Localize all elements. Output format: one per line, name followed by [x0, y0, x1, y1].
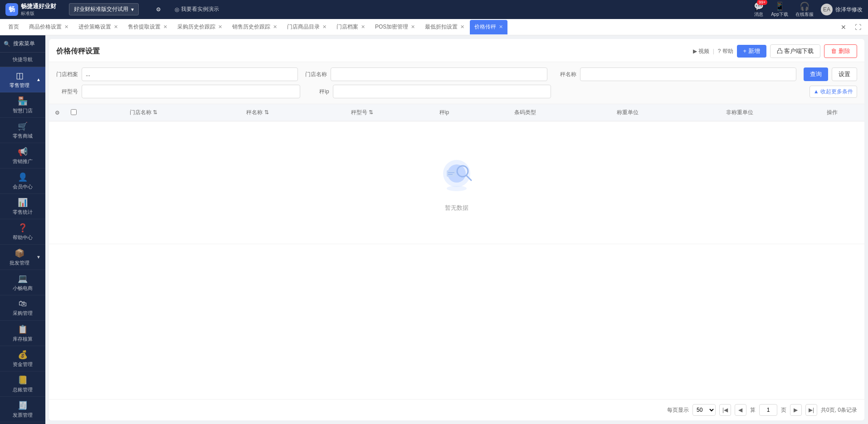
close-tab-min-discount[interactable]: ✕ — [460, 24, 464, 30]
sidebar-item-tax[interactable]: 📑 税务管理 — [0, 422, 45, 424]
th-scale-name[interactable]: 秤名称 ⇅ — [205, 104, 310, 121]
prev-page-button[interactable]: ◀ — [735, 404, 746, 416]
next-page-button[interactable]: ▶ — [790, 404, 802, 416]
add-button[interactable]: + 新增 — [737, 45, 766, 58]
close-tab-purchase-strategy[interactable]: ✕ — [114, 24, 118, 30]
retail-stats-icon: 📊 — [18, 198, 28, 207]
filter-store-name: 门店名称 — [305, 67, 547, 81]
sidebar-item-wholesale[interactable]: 📦 批发管理 ▼ — [0, 245, 45, 270]
delete-button[interactable]: 🗑 删除 — [824, 44, 857, 58]
table-header-row: ⚙ 门店名称 ⇅ 秤名称 ⇅ — [49, 104, 864, 121]
sidebar-item-member[interactable]: 👤 会员中心 — [0, 169, 45, 194]
help-links: ▶ 视频 | ? 帮助 — [693, 48, 733, 55]
svg-point-2 — [447, 186, 467, 191]
close-window-button[interactable]: ✕ — [837, 21, 850, 34]
content-area: 价格传秤设置 ▶ 视频 | ? 帮助 + 新增 — [45, 35, 868, 424]
top-bar: 畅 畅捷通好业财 标准版 好业财标准版交付试用 ▾ ⚙ ◎ 我要看实例演示 💬 … — [0, 0, 868, 19]
retail-arrow-icon: ▲ — [36, 77, 41, 82]
sidebar-item-marketing[interactable]: 📢 营销推广 — [0, 143, 45, 169]
sidebar-item-purchase[interactable]: 🛍 采购管理 — [0, 295, 45, 321]
user-menu[interactable]: EA 徐泽华修改 — [821, 4, 863, 15]
collapse-filter-button[interactable]: ▲ 收起更多条件 — [809, 86, 857, 98]
close-tab-product-price[interactable]: ✕ — [64, 24, 68, 30]
help-circle-icon: ? — [718, 48, 721, 54]
last-page-button[interactable]: ▶| — [805, 404, 817, 416]
sidebar-search[interactable]: 🔍 搜索菜单 — [0, 35, 45, 53]
page-number-input[interactable] — [759, 404, 777, 416]
th-settings[interactable]: ⚙ — [49, 104, 65, 121]
page-header-actions: ▶ 视频 | ? 帮助 + 新增 凸 客户端下载 — [693, 44, 857, 58]
tab-sale-history[interactable]: 销售历史价跟踪 ✕ — [228, 20, 282, 34]
marketing-icon: 📢 — [18, 147, 28, 157]
sidebar-item-smart-store[interactable]: 🏪 智慧门店 — [0, 92, 45, 118]
video-link[interactable]: ▶ 视频 — [693, 48, 709, 55]
sidebar-item-ecom[interactable]: 💻 小畅电商 — [0, 270, 45, 295]
total-info: 共0页, 0条记录 — [821, 406, 857, 414]
scale-ip-input[interactable] — [333, 85, 551, 98]
demo-button[interactable]: ◎ 我要看实例演示 — [175, 5, 219, 13]
tab-pos-management[interactable]: POS加密管理 ✕ — [371, 20, 419, 34]
app-title: 畅捷通好业财 标准版 — [21, 3, 56, 16]
sidebar-item-retail[interactable]: ◫ 零售管理 ▲ — [0, 67, 45, 92]
close-tab-price-scale[interactable]: ✕ — [499, 24, 503, 30]
close-tab-pos-management[interactable]: ✕ — [411, 24, 415, 30]
top-bar-left: 畅 畅捷通好业财 标准版 好业财标准版交付试用 ▾ ⚙ ◎ 我要看实例演示 — [5, 3, 219, 16]
sidebar: 🔍 搜索菜单 快捷导航 ◫ 零售管理 ▲ 🏪 智慧门店 🛒 零售商城 📢 营销推… — [0, 35, 45, 424]
smart-store-icon: 🏪 — [18, 96, 28, 106]
table-body: 暂无数据 — [49, 121, 864, 244]
tab-product-price[interactable]: 商品价格设置 ✕ — [24, 20, 73, 34]
sidebar-item-ledger[interactable]: 📒 总账管理 — [0, 371, 45, 397]
first-page-button[interactable]: |◀ — [719, 404, 731, 416]
tab-price-scale[interactable]: 价格传秤 ✕ — [470, 20, 507, 34]
store-archive-selector[interactable]: ... — [82, 67, 298, 81]
close-tab-sale-history[interactable]: ✕ — [273, 24, 277, 30]
empty-text: 暂无数据 — [445, 204, 468, 212]
tab-purchase-history[interactable]: 采购历史价跟踪 ✕ — [173, 20, 227, 34]
sidebar-item-retail-mall[interactable]: 🛒 零售商城 — [0, 118, 45, 143]
scale-model-input[interactable] — [82, 85, 300, 98]
help-link[interactable]: ? 帮助 — [718, 48, 733, 55]
online-service-button[interactable]: 🎧 在线客服 — [795, 1, 814, 18]
tab-home[interactable]: 首页 — [4, 20, 24, 34]
scale-name-input[interactable] — [580, 67, 796, 81]
tab-store-archive[interactable]: 门店档案 ✕ — [332, 20, 370, 34]
tab-purchase-strategy[interactable]: 进价策略设置 ✕ — [74, 20, 122, 34]
th-checkbox[interactable] — [65, 104, 82, 121]
column-settings-icon: ⚙ — [55, 110, 60, 116]
close-tab-store-catalog[interactable]: ✕ — [322, 24, 327, 30]
select-all-checkbox[interactable] — [71, 109, 77, 115]
set-button[interactable]: 设置 — [832, 67, 857, 81]
query-button[interactable]: 查询 — [804, 67, 828, 81]
empty-row: 暂无数据 — [49, 121, 864, 244]
per-page-select[interactable]: 50 100 200 — [692, 404, 716, 416]
app-download-button[interactable]: 📱 App下载 — [771, 1, 788, 18]
wholesale-arrow-icon: ▼ — [36, 255, 41, 260]
version-selector[interactable]: 好业财标准版交付试用 ▾ — [69, 3, 139, 15]
tab-sale-price[interactable]: 售价提取设置 ✕ — [123, 20, 172, 34]
tab-min-discount[interactable]: 最低折扣设置 ✕ — [420, 20, 469, 34]
sidebar-item-invoice[interactable]: 🧾 发票管理 — [0, 397, 45, 422]
sidebar-item-inventory[interactable]: 📋 库存核算 — [0, 321, 45, 346]
ledger-icon: 📒 — [18, 375, 28, 385]
sidebar-item-finance[interactable]: 💰 资金管理 — [0, 346, 45, 371]
th-scale-model[interactable]: 秤型号 ⇅ — [310, 104, 414, 121]
filter-row-2: 秤型号 秤ip ▲ 收起更多条件 — [56, 85, 857, 98]
close-tab-purchase-history[interactable]: ✕ — [218, 24, 222, 30]
th-store-name[interactable]: 门店名称 ⇅ — [82, 104, 205, 121]
close-tab-sale-price[interactable]: ✕ — [163, 24, 167, 30]
message-button[interactable]: 💬 消息 99+ — [754, 1, 764, 18]
sidebar-quick-nav[interactable]: 快捷导航 — [0, 53, 45, 67]
purchase-icon: 🛍 — [19, 299, 27, 308]
avatar: EA — [821, 4, 833, 15]
store-name-input[interactable] — [331, 67, 547, 81]
th-weight-unit: 称重单位 — [576, 104, 679, 121]
close-tab-store-archive[interactable]: ✕ — [361, 24, 365, 30]
sidebar-item-help[interactable]: ❓ 帮助中心 — [0, 219, 45, 245]
page-word: 算 — [750, 406, 756, 414]
maximize-button[interactable]: ⛶ — [852, 21, 864, 34]
settings-icon-top[interactable]: ⚙ — [151, 5, 166, 14]
download-client-button[interactable]: 凸 客户端下载 — [770, 44, 821, 58]
table-container: ⚙ 门店名称 ⇅ 秤名称 ⇅ — [49, 104, 864, 399]
tab-store-catalog[interactable]: 门店商品目录 ✕ — [283, 20, 331, 34]
sidebar-item-retail-stats[interactable]: 📊 零售统计 — [0, 194, 45, 219]
